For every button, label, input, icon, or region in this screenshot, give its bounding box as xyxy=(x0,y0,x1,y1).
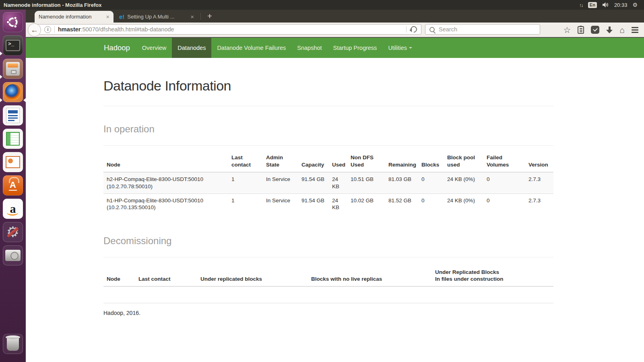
reload-button[interactable] xyxy=(406,26,417,33)
pocket-icon[interactable] xyxy=(591,26,599,34)
menu-hamburger-icon[interactable] xyxy=(632,27,638,33)
cell: 91.54 GB xyxy=(298,172,329,193)
column-header: Version xyxy=(525,146,553,172)
firefox-window: Namenode information × e! Setting Up A M… xyxy=(26,10,644,362)
volume-icon[interactable] xyxy=(602,2,609,8)
search-input[interactable] xyxy=(438,26,540,33)
column-header: Blocks with no live replicas xyxy=(308,257,432,286)
cell: h1-HP-Compaq-Elite-8300-USDT:50010 (10.2… xyxy=(103,193,228,214)
chevron-down-icon xyxy=(409,47,412,49)
tab-close-icon[interactable]: × xyxy=(190,14,194,20)
column-header: Node xyxy=(103,146,228,172)
tab-title: Namenode information xyxy=(39,14,92,20)
cell: 1 xyxy=(228,193,263,214)
column-header: Blocks xyxy=(418,146,444,172)
divider xyxy=(103,106,553,106)
divider xyxy=(54,26,55,33)
running-indicator xyxy=(0,75,2,79)
launcher-libreoffice-impress[interactable] xyxy=(3,152,23,172)
launcher-system-settings[interactable]: ⚙ xyxy=(3,222,23,242)
tab-favicon: e! xyxy=(119,13,124,20)
cell: In Service xyxy=(263,172,298,193)
launcher-amazon[interactable]: a xyxy=(3,199,23,219)
launcher-ubuntu-dash[interactable] xyxy=(3,12,23,32)
table-header-row: NodeLast contactUnder replicated blocksB… xyxy=(103,257,553,286)
reload-icon xyxy=(409,25,419,34)
keyboard-layout-indicator[interactable]: En xyxy=(588,2,597,8)
session-menu-gear-icon[interactable]: ⚙ xyxy=(632,2,638,8)
column-header: Under replicated blocks xyxy=(197,257,308,286)
hadoop-navbar: Hadoop Overview Datanodes Datanode Volum… xyxy=(26,38,644,58)
page-title: Datanode Information xyxy=(103,78,553,93)
table-row: h1-HP-Compaq-Elite-8300-USDT:50010 (10.2… xyxy=(103,193,553,214)
cell: In Service xyxy=(263,193,298,214)
back-button[interactable]: ← xyxy=(28,23,41,37)
new-tab-button[interactable]: + xyxy=(204,10,215,22)
impress-presentation-icon xyxy=(6,156,20,168)
nav-item-startup-progress[interactable]: Startup Progress xyxy=(328,38,383,58)
launcher-ubuntu-software-center[interactable]: A xyxy=(3,175,23,195)
calc-spreadsheet-icon xyxy=(6,132,20,146)
url-host: hmaster xyxy=(58,26,80,33)
cell: 0 xyxy=(483,172,525,193)
cell: 0 xyxy=(483,193,525,214)
launcher-file-manager[interactable] xyxy=(3,59,23,79)
network-indicator-icon[interactable]: ↑↓ xyxy=(579,1,583,8)
tab-namenode-information[interactable]: Namenode information × xyxy=(35,11,114,23)
navbar-brand[interactable]: Hadoop xyxy=(103,38,136,58)
column-header: Non DFS Used xyxy=(347,146,385,172)
focused-indicator xyxy=(23,98,26,102)
tab-separator xyxy=(200,13,201,20)
launcher-terminal[interactable]: >_ xyxy=(3,35,23,56)
running-indicator xyxy=(0,98,2,102)
footer-divider xyxy=(103,303,553,303)
url-path: :50070/dfshealth.html#tab-datanode xyxy=(80,26,174,33)
reading-list-icon[interactable] xyxy=(578,26,584,34)
decommissioning-table: NodeLast contactUnder replicated blocksB… xyxy=(103,257,553,287)
file-cabinet-icon xyxy=(6,62,20,76)
search-bar[interactable] xyxy=(425,24,540,35)
search-icon xyxy=(429,27,435,32)
navigation-toolbar: ← hmaster :50070/dfshealth.html#tab-data… xyxy=(26,23,644,38)
hard-disk-icon xyxy=(5,250,21,261)
downloads-icon[interactable] xyxy=(606,27,613,33)
launcher-trash[interactable] xyxy=(3,334,23,354)
footer-text: Hadoop, 2016. xyxy=(103,310,553,340)
launcher-firefox[interactable] xyxy=(3,82,23,102)
site-info-icon[interactable] xyxy=(44,26,51,33)
cell: 81.52 GB xyxy=(385,193,418,214)
bookmark-star-icon[interactable]: ☆ xyxy=(563,26,571,34)
cell: 81.03 GB xyxy=(385,172,418,193)
section-heading: Decomissioning xyxy=(103,235,553,247)
launcher-disks[interactable] xyxy=(3,245,23,265)
writer-document-icon xyxy=(6,108,20,123)
cell: 24 KB xyxy=(329,193,347,214)
launcher-libreoffice-calc[interactable] xyxy=(3,129,23,149)
cell: 1 xyxy=(228,172,263,193)
home-icon[interactable]: ⌂ xyxy=(619,26,625,34)
cell: 24 KB (0%) xyxy=(444,193,483,214)
column-header: Admin State xyxy=(263,146,298,172)
column-header: Last contact xyxy=(228,146,263,172)
nav-item-datanodes[interactable]: Datanodes xyxy=(172,38,211,58)
tab-setting-up-a-multi[interactable]: e! Setting Up A Multi ... × xyxy=(116,11,197,23)
trash-bin-icon xyxy=(7,337,19,351)
running-indicator xyxy=(0,51,2,56)
nav-item-utilities[interactable]: Utilities xyxy=(382,38,418,58)
window-title: Namenode information - Mozilla Firefox xyxy=(0,2,101,8)
amazon-smile-icon xyxy=(7,210,18,216)
nav-item-snapshot[interactable]: Snapshot xyxy=(291,38,327,58)
column-header: Node xyxy=(103,257,135,286)
clock[interactable]: 20:33 xyxy=(614,2,627,8)
nav-item-datanode-volume-failures[interactable]: Datanode Volume Failures xyxy=(211,38,291,58)
system-tray: ↑↓ En 20:33 ⚙ xyxy=(579,1,644,8)
section-decommissioning-header: Decomissioning xyxy=(103,235,553,257)
column-header: Failed Volumes xyxy=(483,146,525,172)
launcher-libreoffice-writer[interactable] xyxy=(3,105,23,125)
section-heading: In operation xyxy=(103,123,553,135)
column-header: Last contact xyxy=(135,257,197,286)
column-header: Capacity xyxy=(298,146,329,172)
tab-close-icon[interactable]: × xyxy=(106,14,109,20)
url-bar[interactable]: hmaster :50070/dfshealth.html#tab-datano… xyxy=(34,24,421,35)
nav-item-overview[interactable]: Overview xyxy=(136,38,172,58)
